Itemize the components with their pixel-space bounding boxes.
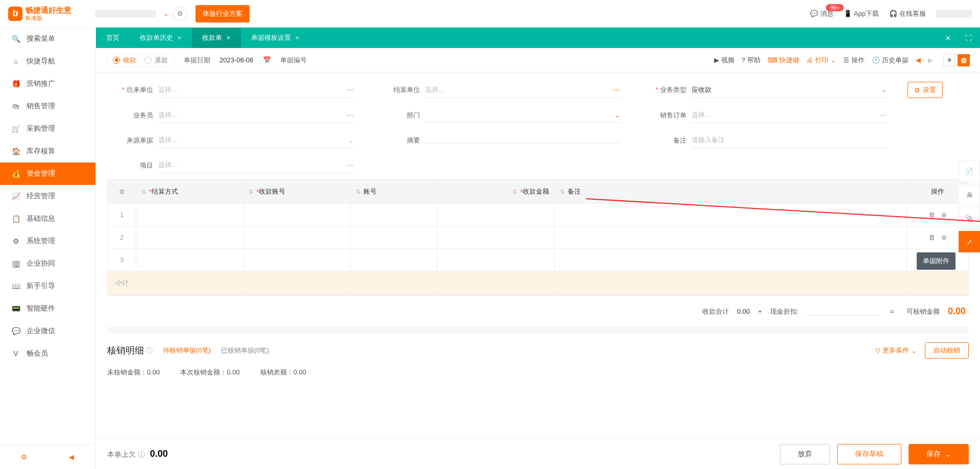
rail-note-button[interactable]: 📄 (959, 160, 980, 182)
close-icon[interactable]: ✕ (177, 35, 182, 41)
sidebar-item-7[interactable]: 📈经营管理 (0, 185, 95, 207)
close-icon[interactable]: ✕ (295, 35, 300, 41)
tb-shortcut[interactable]: ⌨快捷键 (768, 56, 799, 65)
view-card-button[interactable]: ▦ (958, 54, 970, 66)
tb-video[interactable]: ▶视频 (714, 56, 734, 65)
project-placeholder: 选择... (158, 160, 177, 170)
sidebar-item-3[interactable]: 🛍销售管理 (0, 95, 95, 118)
discard-button[interactable]: 放弃 (780, 444, 830, 464)
cell-settle[interactable] (136, 226, 243, 249)
messages-link[interactable]: 💬 消息 99+ (810, 9, 834, 18)
cell-acctno[interactable] (351, 249, 437, 271)
date-value[interactable]: 2023-06-06 (219, 56, 254, 64)
party-input[interactable]: 选择...⋯ (158, 82, 354, 98)
cell-acct[interactable] (243, 249, 351, 271)
settle-input[interactable]: 选择...⋯ (425, 82, 621, 98)
delete-row-icon[interactable]: 🗑 (928, 233, 935, 241)
delete-row-icon[interactable]: 🗑 (928, 211, 935, 219)
tab-close-button[interactable]: ✕ (939, 29, 957, 46)
sidebar-item-10[interactable]: 🏢企业协同 (0, 252, 95, 275)
sidebar-item-8[interactable]: 📋基础信息 (0, 207, 95, 230)
next-doc-button[interactable]: ▶ (928, 56, 933, 64)
close-icon[interactable]: ✕ (226, 35, 231, 41)
sidebar-item-0[interactable]: 🔍搜索菜单 (0, 28, 95, 50)
cell-amt[interactable] (437, 204, 555, 226)
tb-print-label: 打印 (815, 56, 828, 65)
sidebar-item-14[interactable]: V畅会员 (0, 342, 95, 365)
auto-verify-button[interactable]: 自动核销 (925, 342, 969, 359)
help-icon[interactable]: ⓘ (146, 346, 153, 355)
dept-select[interactable]: ⌄ (425, 108, 621, 123)
add-row-icon[interactable]: ⊕ (941, 233, 947, 241)
col-amt[interactable]: ⇅*收款金额 (437, 180, 555, 204)
tab-expand-button[interactable]: ⛶ (960, 29, 977, 46)
cell-acctno[interactable] (351, 204, 437, 226)
sidebar-item-4[interactable]: 🛒采购管理 (0, 118, 95, 140)
sidebar-item-13[interactable]: 💬企业微信 (0, 320, 95, 342)
col-acctno[interactable]: ⇅账号 (351, 180, 437, 204)
tb-history[interactable]: 🕘历史单据 (872, 56, 909, 65)
save-draft-button[interactable]: 保存草稿 (837, 444, 901, 464)
page-tab-3[interactable]: 单据模板设置✕ (241, 28, 310, 48)
sidebar-item-6[interactable]: 💰资金管理 (0, 162, 95, 185)
cell-acct[interactable] (243, 204, 351, 226)
verify-tab-pending[interactable]: 待核销单据(0笔) (163, 346, 211, 355)
sidebar-collapse-button[interactable]: ◀ (48, 445, 96, 469)
sidebar-item-5[interactable]: 🏠库存核算 (0, 140, 95, 162)
clerk-input[interactable]: 选择...⋯ (158, 107, 354, 123)
page-tab-0[interactable]: 首页 (96, 28, 130, 48)
tb-action[interactable]: ☰操作 (843, 56, 865, 65)
radio-receive[interactable]: 收款 (113, 56, 136, 65)
cell-acctno[interactable] (351, 226, 437, 249)
prev-doc-button[interactable]: ◀ (916, 56, 921, 64)
form-settings-button[interactable]: ⚙设置 (908, 82, 943, 98)
more-icon: ⋯ (880, 111, 887, 119)
col-acct[interactable]: ⇅*收款账号 (243, 180, 351, 204)
app-download-link[interactable]: 📱 App下载 (844, 9, 879, 18)
try-industry-plan-button[interactable]: 体验行业方案 (195, 5, 250, 22)
cell-settle[interactable] (136, 204, 243, 226)
cell-amt[interactable] (437, 226, 555, 249)
sidebar-item-11[interactable]: 📖新手引导 (0, 275, 95, 297)
support-link[interactable]: 🎧 在线客服 (889, 9, 926, 18)
discount-input[interactable] (806, 308, 878, 316)
sidebar-item-2[interactable]: 🎁营销推广 (0, 73, 95, 95)
cell-acct[interactable] (243, 226, 351, 249)
cell-amt[interactable] (437, 249, 555, 271)
page-tab-1[interactable]: 收款单历史✕ (130, 28, 192, 48)
rail-print-button[interactable]: 🖶 (959, 184, 980, 205)
col-settings-button[interactable]: ⚙ (108, 180, 136, 204)
sidebar-item-9[interactable]: ⚙系统管理 (0, 230, 95, 252)
summary-input[interactable] (425, 137, 621, 144)
project-input[interactable]: 选择...⋯ (158, 157, 354, 173)
radio-refund[interactable]: 退款 (144, 56, 168, 65)
biztype-select[interactable]: 应收款⌄ (692, 82, 887, 98)
top-settings-button[interactable]: ⚙ (173, 7, 187, 21)
view-list-button[interactable]: ≡ (943, 54, 955, 66)
more-conditions-button[interactable]: ▽更多条件⌄ (875, 346, 917, 355)
sidebar-settings-button[interactable]: ⚙ (0, 445, 48, 469)
verify-tab-done[interactable]: 已核销单据(0笔) (221, 346, 269, 355)
remark-input[interactable]: 请输入备注 (692, 132, 887, 148)
sidebar-item-12[interactable]: 📟智能硬件 (0, 297, 95, 320)
tb-print[interactable]: 🖨打印⌄ (806, 56, 836, 65)
user-area-obscured[interactable] (936, 10, 972, 18)
salesorder-input[interactable]: 选择...⋯ (692, 107, 887, 123)
rail-attachment-button[interactable]: 📎 (959, 207, 980, 229)
save-button[interactable]: 保存⌄ (909, 444, 969, 464)
company-selector[interactable]: ⌄ (95, 10, 169, 17)
calendar-icon[interactable]: 📅 (263, 56, 271, 64)
tb-help[interactable]: ?帮助 (742, 56, 761, 65)
col-settle[interactable]: ⇅*结算方式 (136, 180, 243, 204)
cell-note[interactable] (555, 249, 907, 271)
cell-settle[interactable] (136, 249, 243, 271)
col-note[interactable]: ⇅备注 (555, 180, 907, 204)
srcbill-select[interactable]: 选择...⌄ (158, 132, 354, 148)
rail-fullscreen-button[interactable]: ⤢ (959, 231, 980, 252)
page-tab-2[interactable]: 收款单✕ (192, 28, 241, 48)
cell-note[interactable] (555, 226, 907, 249)
add-row-icon[interactable]: ⊕ (941, 211, 947, 219)
sidebar-item-1[interactable]: ⌂快捷导航 (0, 50, 95, 73)
help-icon[interactable]: ⓘ (138, 450, 145, 458)
cell-note[interactable] (555, 204, 907, 226)
